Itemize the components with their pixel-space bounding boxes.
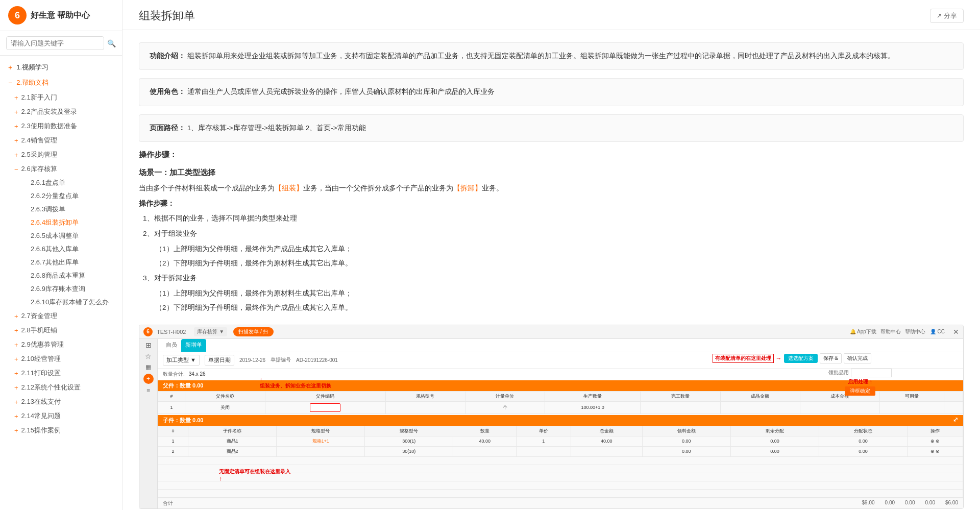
sidebar-item-2-6-3[interactable]: 2.6.3调拨单 [24,203,122,216]
sidebar-item-2-3[interactable]: + 2.3使用前数据准备 [14,119,122,133]
sidebar: 6 好生意 帮助中心 🔍 + 1.视频学习 − 2.帮助文档 + 2.1新手入门… [0,0,122,510]
expand-icon-2-13: + [14,398,18,406]
mock-footer-total3: 0.00 [905,500,915,507]
sidebar-item-2-13-label: 2.13在线支付 [21,397,61,406]
sidebar-item-2-8[interactable]: + 2.8手机旺铺 [14,323,122,337]
sidebar-item-2-9[interactable]: + 2.9优惠券管理 [14,337,122,352]
mock-td-cost1 [800,401,879,414]
mock-icon-add[interactable]: + [143,374,154,384]
sidebar-item-2-6-1[interactable]: 2.6.1盘点单 [24,176,122,189]
highlight-disassemble: 【拆卸】 [453,184,482,192]
mock-close-icon[interactable]: ✕ [953,328,959,336]
annotation2-text: 组装业务、拆卸业务在这里切换 [260,382,331,390]
mock-confirm-btn-row: 弹框确定 [845,386,875,396]
search-icon[interactable]: 🔍 [107,39,116,47]
sidebar-item-2-2[interactable]: + 2.2产品安装及登录 [14,105,122,119]
mock-icon-list[interactable]: ≡ [146,387,150,394]
mock-topbar-btn[interactable]: 扫描发单 / 扫 [233,327,273,336]
expand-icon-2-2: + [14,108,18,116]
sidebar-item-2-6-8[interactable]: 2.6.8商品成本重算 [24,269,122,282]
mock-sqty1: 40.00 [453,436,517,446]
sidebar-item-1[interactable]: + 1.视频学习 [0,60,122,75]
mock-parent-row1: 1 关闭 个 100.00+1.0 [158,401,963,414]
sidebar-item-2-6-10[interactable]: 2.6.10库存账本错了怎么办 [24,296,122,309]
mock-doc-area: 自员 新增单 加工类型 ▼ 单据日期 2019-12-26 单据编号 AD-20… [158,339,963,508]
sidebar-item-2[interactable]: − 2.帮助文档 [0,75,122,90]
sidebar-item-2-13[interactable]: + 2.13在线支付 [14,395,122,409]
sidebar-item-2-10[interactable]: + 2.10经营管理 [14,352,122,366]
sidebar-item-2-11[interactable]: + 2.11打印设置 [14,366,122,380]
mock-th-spec1: 规格型号 [385,391,465,401]
mock-td-amt1 [720,401,800,414]
mock-child-header: 子件：数量 0.00 ⤢ [158,415,963,426]
sidebar-item-2-6-4[interactable]: 2.6.4组装拆卸单 [24,216,122,229]
mock-sname2: 商品2 [188,446,277,456]
mock-empty-row3 [158,456,963,465]
mock-tab-new-doc[interactable]: 新增单 [181,339,206,352]
mock-topbar-nav: 库存核算 ▼ [194,327,227,336]
sidebar-item-1-label: 1.视频学习 [16,63,48,72]
mock-topbar-icons: 🔔 App下载 帮助中心 帮助中心 👤 CC [850,328,945,335]
mock-content-area: ⊞ ☆ ▦ + ≡ 自员 新增单 [139,339,963,508]
step3-sub2: （2）下部明细为子件明细，最终作为产成品生成其它入库单。 [155,302,964,314]
mock-icon-star[interactable]: ☆ [145,352,152,360]
mock-expand-icon[interactable]: ⤢ [953,416,958,423]
sidebar-item-2-8-label: 2.8手机旺铺 [21,326,57,335]
mock-icon-scan[interactable]: ▦ [145,363,151,371]
path-label: 页面路径： [150,124,185,132]
expand-icon-2-7: + [14,312,18,320]
mock-save-btn[interactable]: 保存 & [820,353,842,363]
mock-spicked2: 0.00 [642,446,730,456]
mock-sop1: ⊕ ⊗ [908,436,963,446]
sidebar-item-2-6-6[interactable]: 2.6.6其他入库单 [24,242,122,256]
mock-td-code-input[interactable] [265,401,385,414]
sidebar-item-2-6[interactable]: − 2.6库存核算 [14,162,122,176]
mock-th-no: # [158,391,185,401]
main-header: 组装拆卸单 ↗ 分享 [122,0,980,30]
annotation4-text: 无固定清单可在组装在这里录入 [219,468,290,475]
mock-select-plan-btn[interactable]: 选选配方案 [784,354,818,363]
mock-sth-name: 子件名称 [188,426,277,436]
mock-tab-new[interactable]: 自员 [162,339,181,352]
step2-sub2: （2）下部明细为子件明细，最终作为原材料生成其它出库单。 [155,257,964,270]
arrow-right-1: → [776,355,782,362]
mock-submit-btn[interactable]: 确认完成 [844,353,871,363]
sidebar-item-2-14-label: 2.14常见问题 [21,411,61,421]
role-label: 使用角色： [150,88,185,95]
annotation2-arrow: ↑ [260,377,262,382]
mock-empty-row7 [158,489,963,497]
expand-icon-1: + [8,63,12,71]
mock-finish-input[interactable] [851,369,892,377]
mock-sth-label: 规格型号 [277,426,365,436]
main-panel: 组装拆卸单 ↗ 分享 功能介绍： 组装拆卸单用来处理企业组装或拆卸等加工业务，支… [122,0,980,510]
sidebar-item-2-14[interactable]: + 2.14常见问题 [14,409,122,423]
mock-th-unit1: 计量单位 [465,391,545,401]
sidebar-children-2-6: 2.6.1盘点单 2.6.2分量盘点单 2.6.3调拨单 2.6.4组装拆卸单 … [14,176,122,309]
mock-ok-button[interactable]: 弹框确定 [845,386,875,396]
arrow-up-4: ↑ [219,475,222,482]
share-button[interactable]: ↗ 分享 [930,9,964,23]
sidebar-item-2-6-9[interactable]: 2.6.9库存账本查询 [24,282,122,296]
sidebar-item-2-12[interactable]: + 2.12系统个性化设置 [14,380,122,395]
sidebar-item-2-5[interactable]: + 2.5采购管理 [14,148,122,162]
mock-date-val: 2019-12-26 [239,357,265,363]
sidebar-item-2-15[interactable]: + 2.15操作案例 [14,423,122,438]
mock-assembly-title: 父件：数量 0.00 [163,382,203,390]
sidebar-item-2-6-2[interactable]: 2.6.2分量盘点单 [24,189,122,203]
search-input[interactable] [6,36,104,50]
mock-sspec2: 30(10) [365,446,453,456]
share-label: 分享 [944,11,957,20]
sidebar-item-2-7[interactable]: + 2.7资金管理 [14,309,122,323]
mock-icon-home[interactable]: ⊞ [145,341,152,349]
sidebar-item-2-6-7[interactable]: 2.6.7其他出库单 [24,256,122,269]
mock-no-val: AD-20191226-001 [296,357,338,363]
mock-type-select[interactable]: 加工类型 ▼ [163,355,200,366]
mock-date-field[interactable]: 单据日期 [205,355,234,366]
mock-footer-total4: 0.00 [925,500,935,507]
sidebar-item-2-3-label: 2.3使用前数据准备 [21,122,77,131]
sidebar-item-2-4-label: 2.4销售管理 [21,136,57,145]
sidebar-item-2-6-5[interactable]: 2.6.5成本调整单 [24,229,122,242]
sidebar-item-2-1[interactable]: + 2.1新手入门 [14,90,122,105]
annotation4-group: 无固定清单可在组装在这里录入 ↑ [219,468,290,482]
sidebar-item-2-4[interactable]: + 2.4销售管理 [14,133,122,148]
